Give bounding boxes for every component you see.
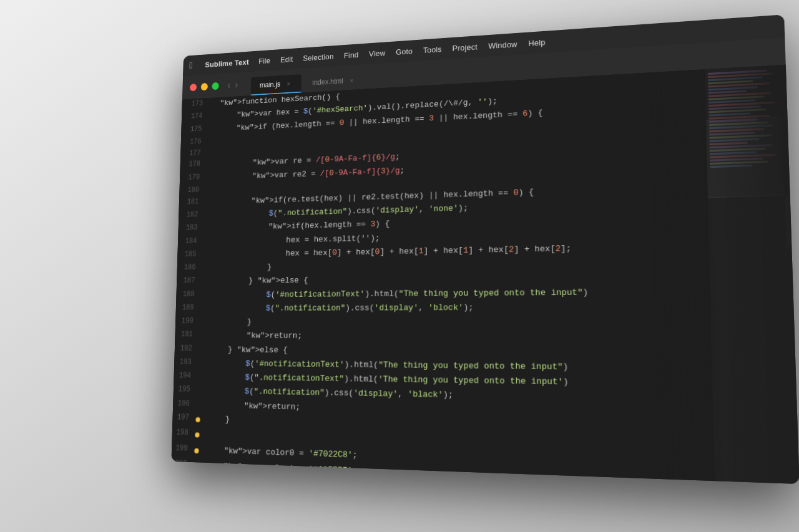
code-line-190: 190 }	[171, 314, 716, 330]
code-content: }	[206, 314, 717, 330]
line-number: 197	[171, 412, 196, 428]
menu-help[interactable]: Help	[528, 37, 545, 47]
tab-index-html-close[interactable]: ×	[348, 76, 356, 85]
menu-sublime-text[interactable]: Sublime Text	[205, 57, 249, 69]
screen:  Sublime Text File Edit Selection Find …	[171, 14, 799, 484]
line-number: 189	[172, 302, 200, 316]
code-line-189: 189 $(".notification").css('display', 'b…	[172, 299, 715, 316]
screen-inner:  Sublime Text File Edit Selection Find …	[171, 14, 799, 484]
line-number: 173	[182, 98, 210, 112]
nav-arrows: ‹ ›	[227, 79, 238, 91]
line-number: 193	[171, 356, 198, 370]
menu-window[interactable]: Window	[488, 39, 517, 51]
minimize-button[interactable]	[201, 82, 208, 90]
line-number: 184	[175, 235, 203, 249]
line-number: 199	[171, 442, 194, 458]
line-number: 194	[171, 370, 197, 384]
code-editor[interactable]: 173"kw">function hexSearch() {174 "kw">v…	[171, 69, 723, 484]
line-number: 180	[177, 185, 205, 197]
scrollbar-thumb[interactable]	[785, 196, 792, 249]
minimap[interactable]	[705, 65, 793, 483]
line-number: 176	[180, 136, 208, 148]
apple-logo-icon: 	[189, 60, 192, 70]
photo-background:  Sublime Text File Edit Selection Find …	[0, 0, 799, 532]
line-number: 190	[171, 316, 200, 329]
menu-selection[interactable]: Selection	[303, 52, 334, 62]
line-number: 186	[174, 262, 202, 276]
line-number: 178	[179, 158, 207, 172]
tab-main-js-close[interactable]: ×	[285, 79, 293, 88]
editor-area: 173"kw">function hexSearch() {174 "kw">v…	[171, 65, 799, 484]
line-number: 181	[177, 196, 205, 210]
forward-arrow-icon[interactable]: ›	[235, 79, 238, 90]
menu-edit[interactable]: Edit	[280, 54, 293, 64]
line-number: 187	[173, 275, 202, 289]
menu-project[interactable]: Project	[453, 42, 478, 52]
back-arrow-icon[interactable]: ‹	[227, 79, 231, 91]
line-number: 177	[179, 147, 207, 160]
line-number: 191	[171, 329, 199, 343]
line-number: 179	[178, 172, 206, 185]
menu-view[interactable]: View	[369, 48, 386, 58]
line-number: 195	[171, 384, 197, 398]
tab-main-js-label: main.js	[260, 80, 280, 89]
line-number: 174	[181, 110, 209, 125]
code-content: $(".notification").css('display', 'block…	[207, 299, 716, 316]
tab-main-js[interactable]: main.js ×	[251, 74, 301, 95]
line-number: 196	[171, 397, 196, 412]
menu-file[interactable]: File	[258, 56, 270, 65]
close-button[interactable]	[190, 84, 197, 91]
line-number: 192	[171, 343, 199, 357]
line-number: 175	[180, 123, 208, 138]
traffic-lights	[190, 82, 219, 91]
code-table: 173"kw">function hexSearch() {174 "kw">v…	[171, 69, 723, 484]
line-number: 185	[174, 249, 203, 263]
maximize-button[interactable]	[212, 82, 218, 89]
line-number: 188	[172, 289, 201, 302]
line-number: 183	[175, 222, 204, 236]
line-number: 198	[171, 427, 195, 443]
menu-goto[interactable]: Goto	[396, 46, 413, 56]
line-number: 182	[176, 209, 205, 223]
tab-index-html-label: index.html	[312, 77, 343, 87]
menu-tools[interactable]: Tools	[423, 44, 442, 54]
menu-find[interactable]: Find	[344, 50, 359, 60]
